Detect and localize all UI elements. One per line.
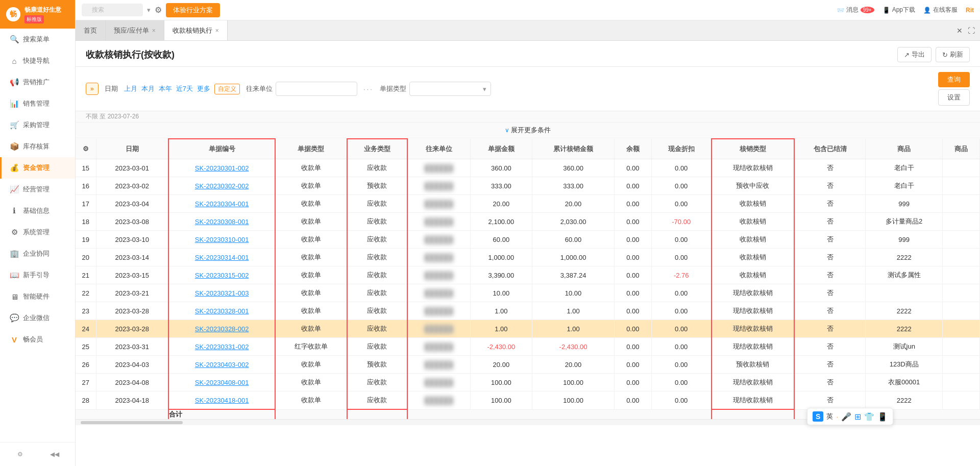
- sidebar-item-marketing[interactable]: 📢 营销推广: [0, 71, 75, 93]
- cell-biztype: 应收款: [347, 266, 407, 284]
- filter-toggle-btn[interactable]: »: [86, 83, 99, 95]
- floating-icon-3[interactable]: 🎤: [841, 412, 851, 422]
- industry-btn[interactable]: 体验行业方案: [166, 3, 220, 17]
- sidebar-item-wechat[interactable]: 💬 企业微信: [0, 307, 75, 329]
- close-window-icon[interactable]: ✕: [957, 27, 963, 35]
- app-download-btn[interactable]: 📱 App下载: [883, 6, 915, 14]
- expand-label: 展开更多条件: [511, 126, 551, 134]
- refresh-btn[interactable]: ↻ 刷新: [936, 47, 970, 62]
- col-goods1-header[interactable]: 商品: [866, 139, 943, 159]
- col-cashdiscount-header[interactable]: 现金折扣: [651, 139, 712, 159]
- setting-btn[interactable]: 设置: [938, 89, 970, 106]
- cell-docno: SK-20230418-001: [168, 391, 275, 410]
- col-settings-header[interactable]: ⚙: [76, 139, 96, 159]
- counterparty-input[interactable]: [276, 82, 357, 96]
- docno-link[interactable]: SK-20230403-002: [195, 361, 249, 369]
- cell-doctype: 收款单: [275, 195, 347, 213]
- sidebar-item-purchase[interactable]: 🛒 采购管理: [0, 114, 75, 136]
- online-service-btn[interactable]: 👤 在线客服: [923, 6, 958, 14]
- col-docamount-header[interactable]: 单据金额: [470, 139, 532, 159]
- sidebar-item-system[interactable]: ⚙ 系统管理: [0, 222, 75, 243]
- docno-link[interactable]: SK-20230408-001: [195, 379, 249, 386]
- col-doctype-header[interactable]: 单据类型: [275, 139, 347, 159]
- tab-receivable[interactable]: 预应/应付单 ×: [106, 20, 164, 40]
- settings-bottom-btn[interactable]: ⚙: [5, 448, 36, 461]
- floating-icon-6[interactable]: 📱: [877, 412, 888, 422]
- tab-home[interactable]: 首页: [76, 20, 106, 40]
- sidebar-item-capital[interactable]: 💰 资金管理: [0, 157, 75, 179]
- docno-link[interactable]: SK-20230308-001: [195, 218, 249, 226]
- sidebar-item-quick[interactable]: ⌂ 快捷导航: [0, 50, 75, 71]
- date-this-month[interactable]: 本月: [141, 84, 155, 93]
- col-biztype-header[interactable]: 业务类型: [347, 139, 407, 159]
- cell-biztype: 预收款: [347, 177, 407, 195]
- sidebar-item-sales[interactable]: 📊 销售管理: [0, 93, 75, 114]
- col-docno-header[interactable]: 单据编号: [168, 139, 275, 159]
- gear-icon[interactable]: ⚙: [155, 5, 162, 15]
- col-cumulative-header[interactable]: 累计核销金额: [532, 139, 615, 159]
- docno-link[interactable]: SK-20230321-003: [195, 289, 249, 297]
- dropdown-arrow-icon: ▾: [147, 6, 151, 14]
- sidebar-item-inventory[interactable]: 📦 库存核算: [0, 136, 75, 157]
- date-custom-btn[interactable]: 自定义: [214, 84, 240, 94]
- horizontal-scrollbar[interactable]: [81, 421, 183, 424]
- docno-link[interactable]: SK-20230304-001: [195, 200, 249, 208]
- docno-link[interactable]: SK-20230418-001: [195, 397, 249, 404]
- top-bar-search-box[interactable]: 搜索: [82, 4, 143, 16]
- export-btn[interactable]: ↗ 导出: [897, 47, 932, 62]
- sidebar-item-basic[interactable]: ℹ 基础信息: [0, 200, 75, 222]
- settings-icon: ⚙: [83, 145, 89, 153]
- docno-link[interactable]: SK-20230328-001: [195, 307, 249, 315]
- doc-type-select[interactable]: ▾: [409, 82, 491, 96]
- sidebar-item-search[interactable]: 🔍 搜索菜单: [0, 29, 75, 50]
- sidebar-item-hardware[interactable]: 🖥 智能硬件: [0, 286, 75, 307]
- cell-biztype: 应收款: [347, 338, 407, 356]
- cell-cumulative: 360.00: [532, 159, 615, 177]
- col-goods2-header[interactable]: 商品: [943, 139, 980, 159]
- cell-seq: 18: [76, 213, 96, 231]
- cell-includesettled: 否: [794, 391, 866, 410]
- table-row: 19 2023-03-10 SK-20230310-001 收款单 应收款 ██…: [76, 231, 980, 249]
- col-counterparty-header[interactable]: 往来单位: [407, 139, 470, 159]
- cell-docno: SK-20230315-002: [168, 266, 275, 284]
- floating-icon-1[interactable]: 英: [826, 412, 833, 421]
- maximize-icon[interactable]: ⛶: [968, 27, 975, 35]
- notification-btn[interactable]: 📨 消息 99+: [837, 6, 874, 14]
- docno-link[interactable]: SK-20230310-001: [195, 236, 249, 243]
- docno-link[interactable]: SK-20230315-002: [195, 272, 249, 279]
- tab-collection-close[interactable]: ×: [215, 27, 219, 34]
- date-this-year[interactable]: 本年: [159, 84, 172, 93]
- col-date-header[interactable]: 日期: [96, 139, 168, 159]
- date-last-month[interactable]: 上月: [124, 84, 137, 93]
- collapse-btn[interactable]: ◀◀: [40, 448, 70, 461]
- docno-link[interactable]: SK-20230314-001: [195, 254, 249, 261]
- date-more[interactable]: 更多: [197, 84, 210, 93]
- cell-balance: 0.00: [614, 249, 651, 266]
- cell-includesettled: 否: [794, 320, 866, 338]
- sidebar-item-member[interactable]: V 畅会员: [0, 329, 75, 350]
- cell-date: 2023-03-28: [96, 320, 168, 338]
- data-table: ⚙ 日期 单据编号 单据类型 业务类型 往来单位 单据金额 累计核销金额 余额 …: [76, 138, 980, 419]
- floating-toolbar: S 英 · 🎤 ⊞ 👕 📱: [807, 408, 893, 425]
- date-7days[interactable]: 近7天: [176, 84, 193, 93]
- floating-icon-5[interactable]: 👕: [864, 412, 874, 422]
- sidebar-item-enterprise[interactable]: 🏢 企业协同: [0, 243, 75, 264]
- sidebar-item-guide[interactable]: 📖 新手引导: [0, 264, 75, 286]
- docno-link[interactable]: SK-20230328-002: [195, 325, 249, 333]
- purchase-icon: 🛒: [10, 120, 19, 130]
- col-balance-header[interactable]: 余额: [614, 139, 651, 159]
- user-menu[interactable]: Rit: [966, 7, 974, 14]
- query-btn[interactable]: 查询: [938, 72, 970, 87]
- docno-link[interactable]: SK-20230331-002: [195, 343, 249, 351]
- tab-collection[interactable]: 收款核销执行 ×: [164, 20, 228, 40]
- floating-icon-4[interactable]: ⊞: [854, 412, 861, 422]
- col-writeofftype-header[interactable]: 核销类型: [712, 139, 794, 159]
- docno-link[interactable]: SK-20230301-002: [195, 164, 249, 172]
- filter-expand-row[interactable]: ∨ 展开更多条件: [76, 122, 980, 138]
- footer-goods2: [943, 409, 980, 419]
- tab-receivable-close[interactable]: ×: [152, 27, 156, 34]
- sidebar-item-management[interactable]: 📈 经营管理: [0, 179, 75, 200]
- docno-link[interactable]: SK-20230302-002: [195, 182, 249, 190]
- col-includesettled-header[interactable]: 包含已结清: [794, 139, 866, 159]
- cell-doctype: 收款单: [275, 356, 347, 374]
